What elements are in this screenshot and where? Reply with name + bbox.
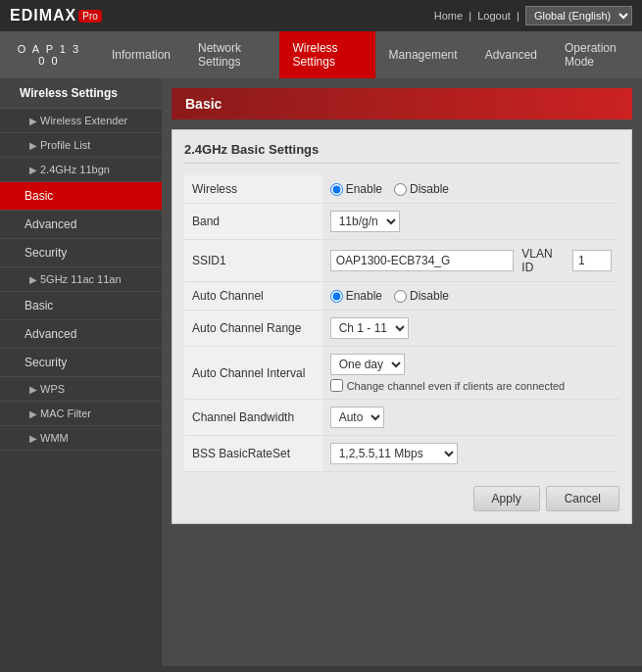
sidebar-item-security-5ghz[interactable]: Security [0, 349, 162, 377]
channel-bandwidth-value: Auto [322, 400, 619, 436]
auto-channel-radio-group: Enable Disable [330, 289, 612, 303]
nav-wireless[interactable]: Wireless Settings [279, 31, 375, 78]
wireless-disable-label: Disable [410, 182, 449, 196]
sidebar-item-2ghz[interactable]: ▶2.4GHz 11bgn [0, 158, 162, 182]
change-channel-option[interactable]: Change channel even if clients are conne… [330, 379, 612, 392]
bss-basicrateset-label: BSS BasicRateSet [184, 436, 322, 472]
auto-channel-enable-radio[interactable] [330, 290, 343, 303]
auto-channel-disable-radio[interactable] [394, 290, 407, 303]
page-header: Basic [172, 88, 632, 120]
bss-basicrateset-select[interactable]: 1,2,5.5,11 Mbps [330, 443, 458, 464]
button-row: Apply Cancel [184, 486, 619, 511]
ssid1-value: VLAN ID [322, 240, 619, 282]
sidebar-item-wmm[interactable]: ▶WMM [0, 426, 162, 451]
auto-channel-range-select[interactable]: Ch 1 - 11 [330, 317, 409, 339]
auto-channel-enable-label: Enable [346, 289, 382, 303]
table-row: Auto Channel Range Ch 1 - 11 [184, 311, 619, 347]
vlan-input[interactable] [572, 250, 612, 271]
auto-channel-disable-option[interactable]: Disable [394, 289, 449, 303]
wireless-enable-label: Enable [346, 182, 382, 196]
panel-title: 2.4GHz Basic Settings [184, 142, 619, 164]
change-channel-label: Change channel even if clients are conne… [347, 380, 566, 392]
table-row: BSS BasicRateSet 1,2,5.5,11 Mbps [184, 436, 619, 472]
sidebar-item-advanced-2ghz[interactable]: Advanced [0, 211, 162, 239]
top-links: Home | Logout | Global (English) [434, 6, 632, 25]
auto-channel-disable-label: Disable [410, 289, 449, 303]
ssid1-row: VLAN ID [330, 247, 612, 274]
table-row: Band 11b/g/n [184, 204, 619, 240]
sidebar-item-5ghz[interactable]: ▶5GHz 11ac 11an [0, 267, 162, 292]
auto-channel-label: Auto Channel [184, 282, 322, 311]
auto-channel-range-label: Auto Channel Range [184, 311, 322, 347]
cancel-button[interactable]: Cancel [546, 486, 619, 511]
auto-channel-enable-option[interactable]: Enable [330, 289, 382, 303]
top-bar: EDIMAX Pro Home | Logout | Global (Engli… [0, 0, 642, 31]
table-row: SSID1 VLAN ID [184, 240, 619, 282]
logo-text: EDIMAX [10, 7, 76, 24]
table-row: Channel Bandwidth Auto [184, 400, 619, 436]
sidebar-item-wireless-settings[interactable]: Wireless Settings [0, 78, 162, 109]
footer: Copyright 2017 © EDIMAX Technology Co., … [0, 666, 642, 672]
settings-panel: 2.4GHz Basic Settings Wireless Enable [172, 129, 632, 524]
language-select[interactable]: Global (English) [525, 6, 632, 25]
wireless-value: Enable Disable [322, 175, 619, 204]
logout-link[interactable]: Logout [477, 10, 511, 22]
wireless-disable-radio[interactable] [394, 183, 407, 196]
sidebar-item-profile-list[interactable]: ▶Profile List [0, 133, 162, 158]
auto-channel-interval-select[interactable]: One day [330, 354, 405, 375]
table-row: Auto Channel Interval One day Change cha… [184, 347, 619, 400]
sidebar-item-security-2ghz[interactable]: Security [0, 239, 162, 267]
sidebar-item-basic[interactable]: Basic [0, 182, 162, 211]
vlan-label: VLAN ID [521, 247, 565, 274]
bss-basicrateset-value: 1,2,5.5,11 Mbps [322, 436, 619, 472]
sidebar-item-mac-filter[interactable]: ▶MAC Filter [0, 402, 162, 426]
nav-information[interactable]: Information [98, 38, 184, 72]
home-link[interactable]: Home [434, 10, 463, 22]
auto-channel-interval-label: Auto Channel Interval [184, 347, 322, 400]
nav-bar: O A P 1 3 0 0 Information Network Settin… [0, 31, 642, 78]
logo-pro: Pro [78, 10, 102, 23]
auto-channel-value: Enable Disable [322, 282, 619, 311]
auto-channel-range-value: Ch 1 - 11 [322, 311, 619, 347]
apply-button[interactable]: Apply [473, 486, 540, 511]
band-select[interactable]: 11b/g/n [330, 211, 400, 232]
wireless-disable-option[interactable]: Disable [394, 182, 449, 196]
wireless-radio-group: Enable Disable [330, 182, 612, 196]
sidebar: Wireless Settings ▶Wireless Extender ▶Pr… [0, 78, 162, 666]
sidebar-item-wps[interactable]: ▶WPS [0, 377, 162, 402]
channel-bandwidth-label: Channel Bandwidth [184, 400, 322, 436]
sidebar-item-wireless-extender[interactable]: ▶Wireless Extender [0, 109, 162, 133]
sidebar-item-basic-5ghz[interactable]: Basic [0, 292, 162, 320]
change-channel-checkbox[interactable] [330, 379, 343, 392]
nav-management[interactable]: Management [375, 38, 471, 72]
auto-channel-interval-value: One day Change channel even if clients a… [322, 347, 619, 400]
wireless-enable-radio[interactable] [330, 183, 343, 196]
wireless-enable-option[interactable]: Enable [330, 182, 382, 196]
channel-bandwidth-select[interactable]: Auto [330, 407, 384, 428]
band-label: Band [184, 204, 322, 240]
band-value: 11b/g/n [322, 204, 619, 240]
ssid1-input[interactable] [330, 250, 515, 271]
wireless-label: Wireless [184, 175, 322, 204]
ssid1-label: SSID1 [184, 240, 322, 282]
device-label: O A P 1 3 0 0 [0, 35, 98, 74]
sidebar-item-advanced-5ghz[interactable]: Advanced [0, 320, 162, 349]
logo: EDIMAX Pro [10, 7, 102, 24]
table-row: Wireless Enable Disable [184, 175, 619, 204]
table-row: Auto Channel Enable Disable [184, 282, 619, 311]
nav-operation[interactable]: Operation Mode [551, 31, 642, 78]
nav-network[interactable]: Network Settings [184, 31, 279, 78]
content-area: Basic 2.4GHz Basic Settings Wireless Ena… [162, 78, 642, 666]
form-table: Wireless Enable Disable [184, 175, 619, 472]
main-layout: Wireless Settings ▶Wireless Extender ▶Pr… [0, 78, 642, 666]
nav-advanced[interactable]: Advanced [471, 38, 551, 72]
